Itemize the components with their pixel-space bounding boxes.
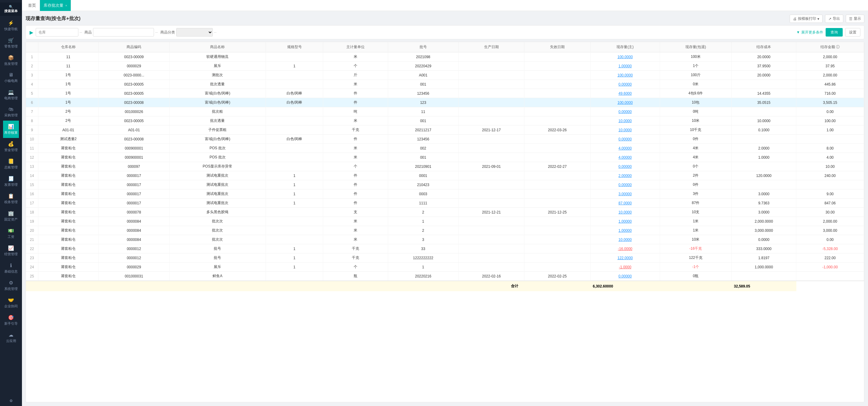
cell-5-3: 富域(白色/闵棒) xyxy=(169,98,266,107)
sidebar-item-8[interactable]: 📒总账管理 xyxy=(3,155,19,173)
cell-15-9[interactable]: 3.00000 xyxy=(590,190,660,199)
cell-16-9[interactable]: 87.0000 xyxy=(590,199,660,208)
expand-conditions-btn[interactable]: ▼ 展开更多条件 xyxy=(796,30,823,35)
cell-2-6: A001 xyxy=(388,71,458,80)
cell-8-9[interactable]: 10.0000 xyxy=(590,126,660,135)
cell-11-9[interactable]: 4.00000 xyxy=(590,153,660,162)
sidebar-item-7[interactable]: 💰资金管理 xyxy=(3,138,19,155)
cell-13-9[interactable]: 2.00000 xyxy=(590,171,660,180)
cell-1-11: 37.9500 xyxy=(732,62,796,71)
cell-5-9[interactable]: 100.0000 xyxy=(590,98,660,107)
cell-9-3: 富域(白色/闵棒) xyxy=(169,135,266,144)
cell-0-10: 100米 xyxy=(660,53,732,62)
cell-16-0: 17 xyxy=(26,199,38,208)
cell-11-3: POS 批次 xyxy=(169,153,266,162)
cell-0-7 xyxy=(458,53,524,62)
sidebar-item-1[interactable]: 🛒零售管理 xyxy=(3,34,19,52)
sidebar-item-9[interactable]: 🧾发票管理 xyxy=(3,173,19,190)
cell-22-7 xyxy=(458,253,524,263)
cell-2-1: 1号 xyxy=(38,71,98,80)
sidebar-item-6[interactable]: 📊库存核算 xyxy=(3,121,19,138)
cell-7-9[interactable]: 10.0000 xyxy=(590,116,660,126)
tab-0[interactable]: 首页 xyxy=(24,0,40,11)
cell-14-9[interactable]: 0.00000 xyxy=(590,180,660,190)
table-row: 21莆套粘仓0000084批次次米310.000010米0.00000.00 xyxy=(26,235,864,244)
cell-18-9[interactable]: 1.00000 xyxy=(590,217,660,226)
cell-3-9[interactable]: 0.00000 xyxy=(590,80,660,89)
sidebar-icon-17: 🎯 xyxy=(8,315,14,320)
sidebar-item-15[interactable]: ⚙系统管理 xyxy=(3,277,19,294)
print-button[interactable]: 🖨 按模板打印 ▾ xyxy=(789,14,823,23)
sidebar-item-11[interactable]: 🏢固定资产 xyxy=(3,207,19,225)
cell-0-1: 11 xyxy=(38,53,98,62)
sidebar-item-17[interactable]: 🎯新手引导 xyxy=(3,312,19,329)
sidebar-item-10[interactable]: 📋税务管理 xyxy=(3,190,19,207)
cell-9-9[interactable]: 0.00000 xyxy=(590,135,660,144)
cell-18-7 xyxy=(458,217,524,226)
cell-21-9[interactable]: -16.0000 xyxy=(590,244,660,253)
cell-3-7 xyxy=(458,80,524,89)
cell-8-1: A01-01 xyxy=(38,126,98,135)
cell-22-8 xyxy=(524,253,590,263)
sidebar-search[interactable]: 🔍 搜索菜单 xyxy=(0,2,22,16)
cell-22-9[interactable]: 122.0000 xyxy=(590,253,660,263)
cell-1-9[interactable]: 1.00000 xyxy=(590,62,660,71)
cell-20-9[interactable]: 10.0000 xyxy=(590,235,660,244)
cell-21-6: 33 xyxy=(388,244,458,253)
search-button[interactable]: 查询 xyxy=(826,28,843,37)
cell-19-9[interactable]: 1.00000 xyxy=(590,226,660,235)
table-row: 1110023-00009软硬通用物流米2021098100.0000100米2… xyxy=(26,53,864,62)
cell-24-3: 鲜鱼A xyxy=(169,272,266,281)
tab-close-1[interactable]: × xyxy=(65,4,67,7)
cell-15-1: 莆套粘仓 xyxy=(38,190,98,199)
sidebar-item-2[interactable]: 📦批发管理 xyxy=(3,52,19,69)
sidebar-item-13[interactable]: 📈经营管理 xyxy=(3,242,19,260)
display-button[interactable]: ☰ 显示 xyxy=(846,14,864,23)
cell-17-9[interactable]: 10.0000 xyxy=(590,208,660,217)
product-input[interactable] xyxy=(93,28,154,37)
cell-6-9[interactable]: 0.00000 xyxy=(590,107,660,116)
cell-23-10: -1个 xyxy=(660,263,732,272)
sidebar-item-0[interactable]: ⚡快捷导航 xyxy=(3,17,19,34)
cell-23-4: 1 xyxy=(266,263,323,272)
cell-19-0: 20 xyxy=(26,226,38,235)
sidebar-item-4[interactable]: 💻电商管理 xyxy=(3,86,19,104)
cell-24-9[interactable]: 0.00000 xyxy=(590,272,660,281)
cell-7-10: 10米 xyxy=(660,116,732,126)
sidebar-item-14[interactable]: ℹ基础信息 xyxy=(3,260,19,277)
cell-0-9[interactable]: 100.0000 xyxy=(590,53,660,62)
cell-12-10: 0个 xyxy=(660,162,732,171)
table-row: 12莆套粘仓000900001POS 批次米0014.000004米1.0000… xyxy=(26,153,864,162)
cell-3-11 xyxy=(732,80,796,89)
cell-16-2: 0000017 xyxy=(98,199,169,208)
cell-2-8 xyxy=(524,71,590,80)
cell-19-10: 1米 xyxy=(660,226,732,235)
sidebar-item-16[interactable]: 🤝企业协同 xyxy=(3,294,19,312)
category-select[interactable] xyxy=(176,28,213,37)
sidebar-item-3[interactable]: 🖥小输电商 xyxy=(3,69,19,86)
cell-3-2: 0023-00005 xyxy=(98,80,169,89)
cell-4-4: 白色/闵棒 xyxy=(266,89,323,98)
sidebar-settings[interactable]: ⚙ xyxy=(0,396,22,406)
cell-17-8: 2021-12-25 xyxy=(524,208,590,217)
sidebar-item-18[interactable]: ☁云应用 xyxy=(3,329,19,346)
cell-7-0: 8 xyxy=(26,116,38,126)
export-button[interactable]: ↗ 导出 xyxy=(825,14,843,23)
cell-2-9[interactable]: 100.0000 xyxy=(590,71,660,80)
sidebar-item-5[interactable]: 🛍采购管理 xyxy=(3,104,19,121)
cell-4-9[interactable]: 49.6000 xyxy=(590,89,660,98)
cell-9-12 xyxy=(796,135,864,144)
cell-12-9[interactable]: 0.00000 xyxy=(590,162,660,171)
cell-6-3: 批次粗 xyxy=(169,107,266,116)
tab-1[interactable]: 库存批次量× xyxy=(40,0,71,11)
cell-23-9[interactable]: -1.0000 xyxy=(590,263,660,272)
warehouse-input[interactable] xyxy=(36,28,79,37)
reset-button[interactable]: 设置 xyxy=(845,28,860,37)
sidebar-item-12[interactable]: 💵工资 xyxy=(3,225,19,242)
filter-expand-icon[interactable]: ▶ xyxy=(30,30,33,35)
cell-10-9[interactable]: 4.00000 xyxy=(590,144,660,153)
cell-22-3: 批号 xyxy=(169,253,266,263)
cell-15-5: 件 xyxy=(323,190,388,199)
page-title: 现存量查询(按仓库+批次) xyxy=(26,15,81,22)
cell-16-5: 件 xyxy=(323,199,388,208)
